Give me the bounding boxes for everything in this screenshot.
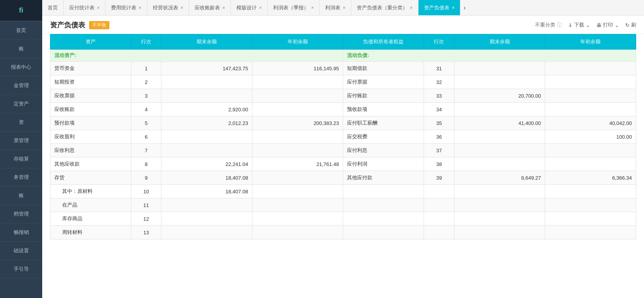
liability-name-cell: 应付票据: [343, 75, 424, 89]
sidebar-item-home[interactable]: 首页: [0, 21, 42, 40]
table-row: 应收票据 3 应付账款 33 20,700.00: [50, 89, 636, 103]
sidebar-item-expense[interactable]: 畅报销: [0, 223, 42, 242]
close-tab-profit-quarterly[interactable]: ×: [311, 5, 314, 11]
liability-name-cell: 应付利息: [343, 144, 424, 157]
liability-name-cell: 应付职工薪酬: [343, 116, 424, 130]
tab-payable-stats[interactable]: 应付统计表 ×: [64, 0, 106, 16]
section-current-assets: 流动资产:: [50, 50, 343, 62]
close-tab-receivable-aging[interactable]: ×: [222, 5, 225, 11]
liability-end-balance-cell: [454, 62, 545, 75]
page-header: 资产负债表 不平衡 不重分类 ⓘ ⇓ 下载 ⌄ 🖶 打印 ⌄ ↻ 刷: [42, 16, 644, 34]
end-balance-cell: 18,407.08: [161, 185, 252, 198]
tab-home[interactable]: 首页: [42, 0, 64, 16]
liability-end-balance-cell: [454, 185, 545, 198]
row-num-cell: 13: [131, 226, 161, 239]
row-num-cell: 8: [131, 157, 161, 171]
asset-name-cell: 货币资金: [50, 62, 131, 75]
sidebar-item-ticket-management[interactable]: 票管理: [0, 132, 42, 150]
section-current-liabilities: 流动负债:: [343, 50, 636, 62]
close-tab-expense-stats[interactable]: ×: [139, 5, 141, 11]
close-tab-balance-reclassify[interactable]: ×: [410, 5, 413, 11]
liability-start-balance-cell: 6,366.34: [545, 171, 636, 185]
sidebar-item-fund-management[interactable]: 金管理: [0, 77, 42, 95]
tab-bar: 首页 应付统计表 × 费用统计表 × 经营状况表 × 应收账龄表 × 模版设计 …: [42, 0, 644, 16]
help-icon[interactable]: ⓘ: [557, 21, 562, 29]
sidebar-item-inventory[interactable]: 存核算: [0, 150, 42, 168]
close-tab-payable-stats[interactable]: ×: [97, 5, 100, 11]
tab-scroll-right[interactable]: ›: [460, 0, 469, 16]
refresh-button[interactable]: ↻ 刷: [625, 21, 636, 29]
liability-end-balance-cell: [454, 226, 545, 239]
liability-end-balance-cell: [454, 130, 545, 144]
liability-start-balance-cell: 100.00: [545, 130, 636, 144]
asset-name-cell: 周转材料: [50, 226, 131, 239]
end-balance-cell: [161, 144, 252, 157]
sidebar-item-tax-management[interactable]: 务管理: [0, 168, 42, 187]
table-row: 应收股利 6 应交税费 36 100.00: [50, 130, 636, 144]
liability-row-num-cell: [424, 198, 454, 212]
close-tab-balance[interactable]: ×: [452, 5, 454, 11]
balance-table: 资产 行次 期末余额 年初余额 负债和所有者权益 行次 期末余额 年初余额 流动…: [50, 34, 636, 239]
start-balance-cell: 200,383.23: [252, 116, 343, 130]
liability-name-cell: [343, 185, 424, 198]
asset-name-cell: 其中：原材料: [50, 185, 131, 198]
tab-receivable-aging[interactable]: 应收账龄表 ×: [189, 0, 231, 16]
row-num-cell: 4: [131, 103, 161, 116]
liability-start-balance-cell: [545, 157, 636, 171]
tab-balance-reclassify[interactable]: 资产负债表（重分类） ×: [351, 0, 419, 16]
liability-row-num-cell: 31: [424, 62, 454, 75]
page-title-area: 资产负债表 不平衡: [50, 20, 109, 30]
sidebar-item-ledger[interactable]: 账: [0, 187, 42, 205]
start-balance-cell: [252, 198, 343, 212]
end-balance-cell: 2,920.00: [161, 103, 252, 116]
asset-name-cell: 存货: [50, 171, 131, 185]
sidebar-item-archive[interactable]: 档管理: [0, 205, 42, 223]
refresh-icon: ↻: [625, 22, 630, 28]
table-row: 货币资金 1 147,423.75 116,145.95 短期借款 31: [50, 62, 636, 75]
liability-end-balance-cell: 41,400.00: [454, 116, 545, 130]
liability-start-balance-cell: [545, 89, 636, 103]
sidebar-item-report-center[interactable]: 报表中心: [0, 58, 42, 77]
liability-start-balance-cell: [545, 185, 636, 198]
asset-name-cell: 应收票据: [50, 89, 131, 103]
start-balance-cell: [252, 103, 343, 116]
end-balance-cell: [161, 212, 252, 226]
liability-row-num-cell: 34: [424, 103, 454, 116]
download-icon: ⇓: [568, 22, 572, 28]
tab-profit-quarterly[interactable]: 利润表（季报） ×: [268, 0, 320, 16]
close-tab-profit[interactable]: ×: [343, 5, 345, 11]
table-row: 短期投资 2 应付票据 32: [50, 75, 636, 89]
liability-row-num-cell: 38: [424, 157, 454, 171]
close-tab-template-design[interactable]: ×: [259, 5, 262, 11]
liability-end-balance-cell: [454, 157, 545, 171]
tab-expense-stats[interactable]: 费用统计表 ×: [106, 0, 147, 16]
download-button[interactable]: ⇓ 下载 ⌄: [568, 21, 590, 29]
header-liability: 负债和所有者权益: [343, 34, 424, 50]
table-row: 周转材料 13: [50, 226, 636, 239]
end-balance-cell: [161, 226, 252, 239]
tab-template-design[interactable]: 模版设计 ×: [231, 0, 268, 16]
tab-balance[interactable]: 资产负债表 ×: [419, 0, 460, 16]
row-num-cell: 1: [131, 62, 161, 75]
sidebar-item-settings[interactable]: 础设置: [0, 242, 42, 260]
sidebar-item-account[interactable]: 账: [0, 40, 42, 58]
print-button[interactable]: 🖶 打印 ⌄: [596, 21, 619, 29]
row-num-cell: 6: [131, 130, 161, 144]
page-title: 资产负债表: [50, 20, 85, 30]
row-num-cell: 5: [131, 116, 161, 130]
table-row: 应收利息 7 应付利息 37: [50, 144, 636, 157]
tab-profit[interactable]: 利润表 ×: [320, 0, 351, 16]
tab-business-status[interactable]: 经营状况表 ×: [147, 0, 189, 16]
sidebar-item-guide[interactable]: 手引导: [0, 260, 42, 278]
liability-start-balance-cell: [545, 62, 636, 75]
end-balance-cell: 2,012.23: [161, 116, 252, 130]
close-tab-business-status[interactable]: ×: [181, 5, 183, 11]
sidebar-item-fixed-assets[interactable]: 定资产: [0, 95, 42, 113]
asset-name-cell: 库存商品: [50, 212, 131, 226]
print-icon: 🖶: [596, 22, 601, 28]
no-reclassify: 不重分类 ⓘ: [535, 21, 562, 29]
start-balance-cell: [252, 89, 343, 103]
liability-start-balance-cell: [545, 212, 636, 226]
sidebar-item-assets[interactable]: 资: [0, 113, 42, 132]
main-content: 首页 应付统计表 × 费用统计表 × 经营状况表 × 应收账龄表 × 模版设计 …: [42, 0, 644, 298]
